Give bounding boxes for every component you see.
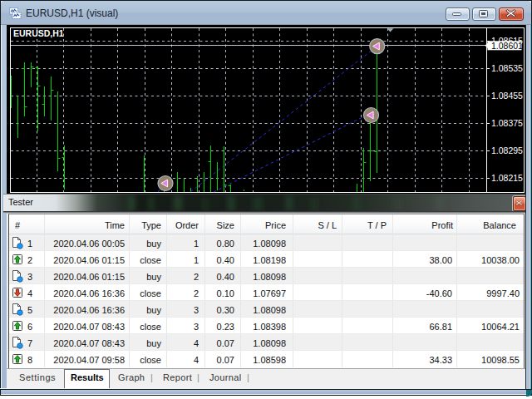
svg-text:1.08455: 1.08455 [491,91,523,101]
svg-text:EURUSD,H1: EURUSD,H1 [13,28,64,38]
svg-text:1.08375: 1.08375 [491,118,523,128]
svg-text:Tester: Tester [8,197,33,207]
svg-text:1.08601: 1.08601 [491,41,523,51]
svg-text:1.08215: 1.08215 [491,173,523,183]
svg-text:1.08295: 1.08295 [491,145,523,155]
svg-text:1.08535: 1.08535 [491,63,523,73]
